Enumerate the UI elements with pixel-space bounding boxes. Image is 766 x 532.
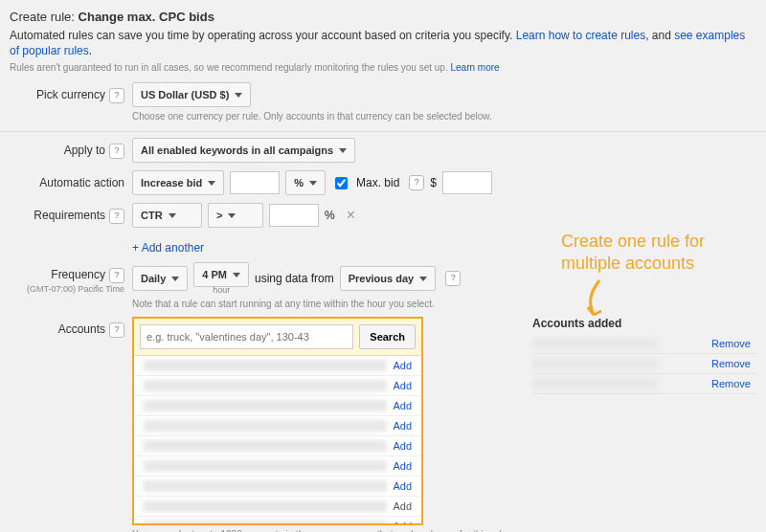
- help-icon[interactable]: ?: [109, 144, 124, 159]
- action-label: Automatic action: [10, 170, 132, 195]
- added-row: Remove: [532, 354, 756, 374]
- learn-more-link[interactable]: Learn more: [450, 62, 499, 73]
- maxbid-input[interactable]: [442, 171, 492, 194]
- freq-range-dropdown[interactable]: Previous day: [340, 266, 436, 291]
- frequency-label: Frequency? (GMT-07:00) Pacific Time: [10, 262, 132, 309]
- add-link[interactable]: Add: [393, 440, 412, 452]
- help-icon[interactable]: ?: [109, 268, 124, 283]
- list-item: Add: [134, 416, 421, 436]
- freq-mid-text: using data from: [255, 272, 334, 285]
- req-unit: %: [325, 209, 335, 222]
- req-metric-dropdown[interactable]: CTR: [132, 203, 202, 228]
- list-item: Add: [134, 356, 421, 376]
- fineprint: Rules aren't guaranteed to run in all ca…: [10, 62, 756, 73]
- list-item: Add: [134, 396, 421, 416]
- remove-requirement-button[interactable]: ×: [341, 207, 361, 224]
- maxbid-label: Max. bid: [356, 176, 399, 189]
- list-item: Add: [134, 376, 421, 396]
- chevron-down-icon: [169, 213, 176, 218]
- currency-note: Choose one currency per rule. Only accou…: [132, 111, 756, 122]
- chevron-down-icon: [171, 277, 179, 281]
- accounts-added-title: Accounts added: [532, 317, 756, 330]
- chevron-down-icon: [309, 181, 317, 186]
- requirements-label: Requirements?: [10, 203, 132, 255]
- annotation-callout: Create one rule formultiple accounts: [561, 231, 705, 274]
- learn-rules-link[interactable]: Learn how to create rules: [516, 29, 645, 42]
- req-op-dropdown[interactable]: >: [208, 203, 263, 228]
- freq-period-dropdown[interactable]: Daily: [132, 266, 188, 291]
- added-row: Remove: [532, 334, 756, 354]
- help-icon[interactable]: ?: [109, 322, 124, 338]
- chevron-down-icon: [208, 181, 215, 186]
- chevron-down-icon: [235, 93, 242, 98]
- accounts-label: Accounts?: [10, 317, 132, 532]
- currency-label: Pick currency?: [10, 82, 132, 122]
- remove-link[interactable]: Remove: [711, 358, 756, 369]
- action-unit-dropdown[interactable]: %: [285, 170, 326, 195]
- chevron-down-icon: [419, 277, 427, 281]
- currency-dropdown[interactable]: US Dollar (USD $): [132, 82, 251, 107]
- list-item: Add: [134, 497, 421, 517]
- add-link[interactable]: Add: [393, 360, 412, 371]
- help-icon[interactable]: ?: [109, 209, 124, 224]
- remove-link[interactable]: Remove: [711, 378, 756, 389]
- chevron-down-icon: [339, 148, 347, 153]
- add-link[interactable]: Add: [393, 521, 412, 523]
- help-icon[interactable]: ?: [445, 271, 461, 286]
- add-link[interactable]: Add: [393, 460, 412, 472]
- page-title: Create rule: Change max. CPC bids: [10, 10, 756, 24]
- add-link[interactable]: Add: [393, 380, 412, 391]
- chevron-down-icon: [228, 213, 236, 218]
- intro-text: Automated rules can save you time by ope…: [10, 28, 756, 58]
- chevron-down-icon: [233, 273, 240, 277]
- add-link[interactable]: Add: [393, 500, 412, 512]
- arrow-icon: [580, 278, 619, 322]
- list-item: Add: [134, 436, 421, 456]
- list-item: Add: [134, 517, 421, 523]
- remove-link[interactable]: Remove: [711, 338, 756, 349]
- add-link[interactable]: Add: [393, 480, 412, 492]
- freq-note: Note that a rule can start running at an…: [132, 299, 756, 309]
- action-dropdown[interactable]: Increase bid: [132, 170, 224, 195]
- applyto-dropdown[interactable]: All enabled keywords in all campaigns: [132, 138, 355, 163]
- help-icon[interactable]: ?: [109, 88, 124, 103]
- add-link[interactable]: Add: [393, 420, 412, 432]
- added-row: Remove: [532, 374, 756, 394]
- search-button[interactable]: Search: [359, 324, 416, 349]
- add-link[interactable]: Add: [393, 400, 412, 411]
- maxbid-checkbox[interactable]: [335, 177, 348, 189]
- req-value-input[interactable]: [269, 204, 319, 227]
- freq-hour-dropdown[interactable]: 4 PM: [193, 262, 249, 287]
- list-item: Add: [134, 477, 421, 497]
- add-requirement-link[interactable]: + Add another: [132, 241, 204, 255]
- account-picker: Search Add Add Add Add Add Add Add Add A…: [132, 317, 423, 525]
- currency-symbol: $: [430, 176, 437, 189]
- account-search-input[interactable]: [140, 324, 353, 349]
- action-amount-input[interactable]: [230, 171, 280, 194]
- help-icon[interactable]: ?: [409, 175, 424, 190]
- account-list[interactable]: Add Add Add Add Add Add Add Add Add: [134, 356, 421, 523]
- list-item: Add: [134, 456, 421, 477]
- applyto-label: Apply to?: [10, 138, 132, 163]
